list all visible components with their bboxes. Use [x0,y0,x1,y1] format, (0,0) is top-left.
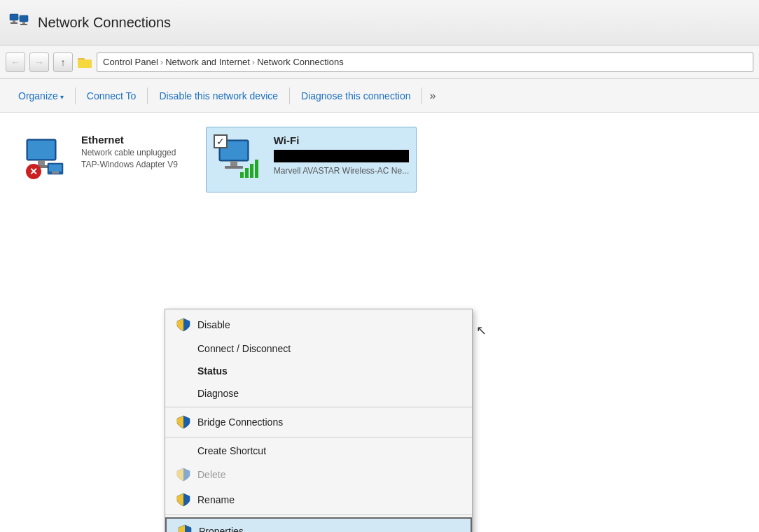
wifi-adapter[interactable]: ✓ Wi-Fi Marvell AVASTAR [206,127,417,192]
svg-rect-3 [20,15,28,22]
back-button[interactable]: ← [6,52,25,72]
more-button[interactable]: » [424,87,441,105]
svg-rect-22 [225,166,243,169]
toolbar-separator-1 [75,88,76,104]
svg-rect-25 [250,164,253,178]
svg-rect-18 [52,172,59,174]
svg-rect-0 [10,14,18,20]
context-separator-2 [165,437,472,438]
svg-text:✕: ✕ [29,166,38,177]
svg-rect-24 [245,168,249,178]
svg-rect-9 [78,60,92,68]
shield-icon-bridge [176,415,190,429]
ethernet-status: Network cable unplugged [81,148,178,158]
shield-icon-delete [176,468,190,482]
shield-icon-disable [176,318,190,332]
shield-icon-properties [178,524,192,532]
context-menu-rename[interactable]: Rename [165,487,472,512]
context-separator-3 [165,514,472,515]
folder-icon [77,55,92,70]
wifi-ssid-redacted [274,150,409,162]
context-separator-1 [165,407,472,407]
toolbar-separator-4 [422,88,422,104]
context-menu-create-shortcut[interactable]: Create Shortcut [165,440,472,462]
svg-rect-12 [38,160,45,166]
svg-rect-23 [240,172,244,178]
connect-to-button[interactable]: Connect To [77,86,146,106]
shield-icon-rename [176,493,190,507]
toolbar-separator-2 [147,88,148,104]
context-menu-diagnose[interactable]: Diagnose [165,382,472,405]
cursor-indicator: ↖ [476,323,487,338]
disable-button[interactable]: Disable this network device [149,86,288,106]
context-menu-bridge[interactable]: Bridge Connections [165,410,472,435]
svg-rect-4 [22,22,25,24]
svg-rect-5 [20,24,27,25]
svg-line-6 [18,18,20,19]
context-menu-status[interactable]: Status [165,360,472,382]
context-menu-properties[interactable]: Properties [165,517,472,532]
window-title: Network Connections [38,15,171,31]
toolbar-separator-3 [289,88,290,104]
title-bar: Network Connections [0,0,759,46]
organize-button[interactable]: Organize▾ [8,86,74,106]
wifi-name: Wi-Fi [274,134,409,146]
context-menu-delete[interactable]: Delete [165,462,472,487]
svg-rect-17 [49,164,62,172]
svg-rect-2 [11,22,18,24]
toolbar: Organize▾ Connect To Disable this networ… [0,79,759,113]
context-menu-disable[interactable]: Disable [165,312,472,337]
context-menu-connect-disconnect[interactable]: Connect / Disconnect [165,337,472,360]
context-menu: Disable Connect / Disconnect Status Diag… [165,309,473,532]
address-bar: ← → ↑ Control Panel › Network and Intern… [0,46,759,79]
wifi-driver: Marvell AVASTAR Wireless-AC Ne... [274,166,409,176]
ethernet-info: Ethernet Network cable unplugged TAP-Win… [81,134,178,169]
svg-rect-11 [28,141,55,159]
address-path[interactable]: Control Panel › Network and Internet › N… [97,52,753,72]
wifi-checkbox: ✓ [214,134,228,148]
ethernet-name: Ethernet [81,134,178,146]
svg-rect-1 [13,20,15,22]
svg-rect-26 [255,160,258,178]
up-button[interactable]: ↑ [53,52,73,72]
content-area: ✕ Ethernet Network cable unplugged TAP-W… [0,113,759,532]
wifi-icon: ✓ [214,134,264,185]
wifi-info: Wi-Fi Marvell AVASTAR Wireless-AC Ne... [274,134,409,176]
ethernet-adapter[interactable]: ✕ Ethernet Network cable unplugged TAP-W… [14,127,185,191]
ethernet-driver: TAP-Windows Adapter V9 [81,160,178,169]
ethernet-icon: ✕ [21,134,71,184]
window-icon [8,11,31,34]
diagnose-button[interactable]: Diagnose this connection [291,86,420,106]
forward-button[interactable]: → [29,52,49,72]
svg-rect-21 [230,161,237,167]
